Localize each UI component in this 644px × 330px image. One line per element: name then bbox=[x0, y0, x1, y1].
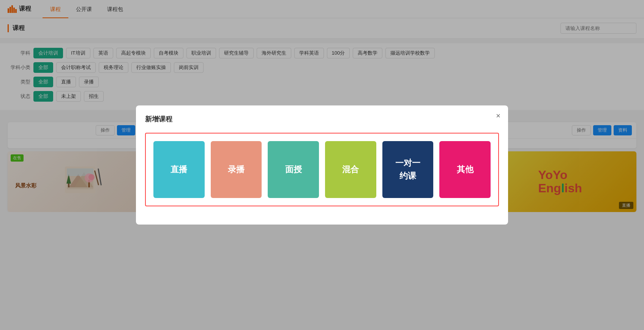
course-type-mix[interactable]: 混合 bbox=[325, 141, 376, 198]
new-course-modal: 新增课程 × 直播 录播 面授 混合 一对一 约课 bbox=[136, 105, 508, 212]
course-type-live[interactable]: 直播 bbox=[153, 141, 205, 198]
course-type-oneone[interactable]: 一对一 约课 bbox=[382, 141, 434, 198]
modal-overlay: 新增课程 × 直播 录播 面授 混合 一对一 约课 bbox=[0, 0, 644, 212]
modal-title: 新增课程 bbox=[145, 115, 499, 124]
modal-close-button[interactable]: × bbox=[496, 112, 500, 120]
course-type-grid: 直播 录播 面授 混合 一对一 约课 其他 bbox=[145, 133, 499, 206]
course-type-record[interactable]: 录播 bbox=[211, 141, 262, 198]
course-type-other[interactable]: 其他 bbox=[439, 141, 491, 198]
course-type-face[interactable]: 面授 bbox=[268, 141, 319, 198]
